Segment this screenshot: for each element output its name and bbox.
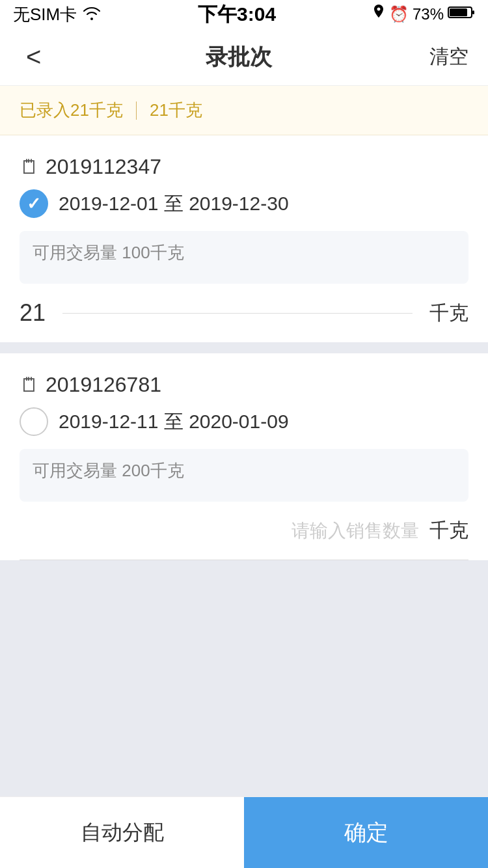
battery-label: 73% — [413, 5, 444, 23]
batch1-qty-underline — [62, 313, 413, 314]
batch1-radio[interactable] — [20, 189, 48, 218]
batch2-qty-input[interactable] — [20, 521, 419, 541]
info-divider — [136, 102, 137, 120]
back-button[interactable]: < — [20, 36, 47, 78]
status-bar: 无SIM卡 下午3:04 ⏰ 73% — [0, 0, 488, 29]
batch2-card: 🗒 2019126781 2019-12-11 至 2020-01-09 可用交… — [0, 353, 488, 560]
batch1-qty-unit: 千克 — [429, 300, 468, 327]
batch1-number: 2019112347 — [46, 155, 161, 179]
auto-distribute-button[interactable]: 自动分配 — [0, 797, 244, 868]
alarm-icon: ⏰ — [389, 5, 409, 23]
batch1-avail-box: 可用交易量 100千克 — [20, 231, 468, 284]
batch2-input-row: 千克 — [20, 502, 468, 560]
batch2-radio[interactable] — [20, 407, 48, 436]
batch2-avail-box: 可用交易量 200千克 — [20, 449, 468, 502]
batch1-date-row: 2019-12-01 至 2019-12-30 — [20, 189, 468, 218]
status-right: ⏰ 73% — [372, 5, 475, 24]
battery-icon — [448, 5, 475, 23]
status-time: 下午3:04 — [198, 1, 276, 28]
batch2-date: 2019-12-11 至 2020-01-09 — [59, 409, 289, 435]
info-bar: 已录入21千克 21千克 — [0, 86, 488, 135]
carrier-label: 无SIM卡 — [13, 3, 77, 26]
batch2-avail-text: 可用交易量 200千克 — [33, 461, 184, 480]
batch1-avail-text: 可用交易量 100千克 — [33, 243, 184, 262]
wifi-icon — [82, 5, 102, 25]
batch2-date-row: 2019-12-11 至 2020-01-09 — [20, 407, 468, 436]
clear-button[interactable]: 清空 — [429, 44, 468, 70]
bottom-bar: 自动分配 确定 — [0, 796, 488, 868]
location-icon — [372, 5, 385, 24]
batch2-header: 🗒 2019126781 — [20, 373, 468, 397]
batch2-number: 2019126781 — [46, 373, 161, 397]
batch2-unit: 千克 — [429, 517, 468, 544]
nav-bar: < 录批次 清空 — [0, 29, 488, 86]
section-divider — [0, 343, 488, 353]
batch1-card: 🗒 2019112347 2019-12-01 至 2019-12-30 可用交… — [0, 135, 488, 284]
page-title: 录批次 — [206, 42, 272, 72]
batch1-header: 🗒 2019112347 — [20, 155, 468, 179]
info-label: 已录入21千克 — [20, 99, 123, 122]
batch1-qty-value: 21 — [20, 299, 46, 327]
svg-rect-2 — [472, 10, 474, 14]
svg-rect-1 — [450, 8, 467, 16]
info-value: 21千克 — [150, 99, 202, 122]
batch1-date: 2019-12-01 至 2019-12-30 — [59, 191, 289, 217]
batch1-icon: 🗒 — [20, 156, 39, 178]
batch1-quantity-row: 21 千克 — [0, 284, 488, 343]
batch2-icon: 🗒 — [20, 374, 39, 396]
status-left: 无SIM卡 — [13, 3, 102, 26]
confirm-button[interactable]: 确定 — [244, 797, 488, 868]
